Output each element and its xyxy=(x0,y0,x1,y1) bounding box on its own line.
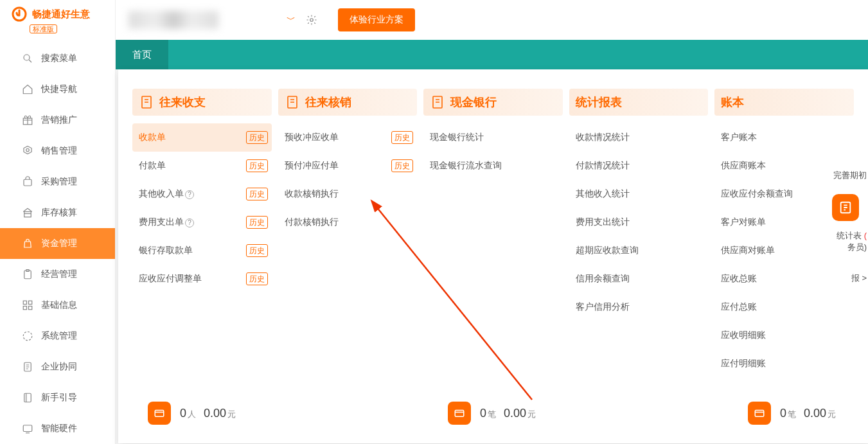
mega-link-2-0[interactable]: 现金银行统计 xyxy=(423,123,563,152)
mega-column-title: 现金银行 xyxy=(450,94,497,110)
mega-link-0-1[interactable]: 付款单历史 xyxy=(132,152,272,180)
sidebar-item-label: 采购管理 xyxy=(41,176,77,188)
history-badge[interactable]: 历史 xyxy=(391,131,413,144)
mega-link-1-0[interactable]: 预收冲应收单历史 xyxy=(278,123,418,152)
mega-link-label: 费用支出单? xyxy=(139,217,194,228)
main: ﹀ 体验行业方案 首页 往来收支收款单历史付款单历史其他收入单?历史费用支出单?… xyxy=(116,0,868,444)
right-peek-text: 统计表 ( xyxy=(823,230,868,242)
stats-icon[interactable] xyxy=(832,194,859,221)
history-badge[interactable]: 历史 xyxy=(246,244,268,257)
mega-link-label: 应收应付调整单 xyxy=(139,273,202,285)
sidebar-item-label: 快捷导航 xyxy=(41,84,77,95)
tabbar: 首页 xyxy=(116,40,868,69)
svg-rect-11 xyxy=(29,306,32,310)
sidebar-item-label: 智能硬件 xyxy=(41,423,77,434)
brand-logo: 畅捷通好生意 xyxy=(0,0,115,24)
right-peek-text[interactable]: 报 > xyxy=(823,272,868,284)
history-badge[interactable]: 历史 xyxy=(246,159,268,172)
mega-link-label: 应收明细账 xyxy=(721,330,766,341)
sidebar-item-5[interactable]: 库存核算 xyxy=(0,197,115,228)
sidebar-item-1[interactable]: 快捷导航 xyxy=(0,74,115,105)
mega-link-0-5[interactable]: 应收应付调整单历史 xyxy=(132,265,272,293)
card-values: 0人0.00元 xyxy=(180,407,236,420)
mega-link-label: 应收应付余额查询 xyxy=(721,188,793,200)
house-icon xyxy=(22,207,33,218)
sidebar-item-11[interactable]: 新手引导 xyxy=(0,382,115,413)
help-icon[interactable]: ? xyxy=(185,190,194,199)
nut-icon xyxy=(22,145,33,157)
sidebar-item-2[interactable]: 营销推广 xyxy=(0,105,115,136)
mega-link-0-0[interactable]: 收款单历史 xyxy=(132,123,272,152)
mega-link-0-3[interactable]: 费用支出单?历史 xyxy=(132,208,272,236)
mega-link-0-4[interactable]: 银行存取款单历史 xyxy=(132,236,272,265)
history-badge[interactable]: 历史 xyxy=(246,272,268,285)
cart-icon xyxy=(22,176,33,188)
try-industry-plan-button[interactable]: 体验行业方案 xyxy=(338,8,415,31)
sidebar-item-label: 系统管理 xyxy=(41,330,77,342)
help-icon[interactable]: ? xyxy=(185,218,194,227)
topbar: ﹀ 体验行业方案 xyxy=(116,0,868,40)
summary-card-0: 0人0.00元 xyxy=(148,402,236,425)
mega-link-label: 应收总账 xyxy=(721,273,757,285)
mega-link-4-7[interactable]: 应收明细账 xyxy=(714,321,854,350)
tab-home[interactable]: 首页 xyxy=(116,40,168,69)
right-peek-text: 务员) xyxy=(823,242,868,253)
card-values: 0笔0.00元 xyxy=(780,407,836,420)
mega-link-3-6[interactable]: 客户信用分析 xyxy=(569,293,709,321)
mega-link-3-2[interactable]: 其他收入统计 xyxy=(569,180,709,208)
sidebar-item-label: 搜索菜单 xyxy=(41,53,77,64)
mega-link-0-2[interactable]: 其他收入单?历史 xyxy=(132,180,272,208)
mega-link-label: 现金银行统计 xyxy=(430,132,484,143)
sidebar-item-10[interactable]: 企业协同 xyxy=(0,351,115,382)
mega-link-2-1[interactable]: 现金银行流水查询 xyxy=(423,152,563,180)
mega-link-label: 应付明细账 xyxy=(721,358,766,369)
mega-link-1-2[interactable]: 收款核销执行 xyxy=(278,180,418,208)
mega-link-3-3[interactable]: 费用支出统计 xyxy=(569,208,709,236)
mega-column-3: 统计报表收款情况统计付款情况统计其他收入统计费用支出统计超期应收款查询信用余额查… xyxy=(569,89,709,437)
mega-link-label: 收款情况统计 xyxy=(576,132,630,143)
chevron-down-icon[interactable]: ﹀ xyxy=(287,14,296,26)
mega-column-head: 统计报表 xyxy=(569,89,709,116)
mega-link-4-8[interactable]: 应付明细账 xyxy=(714,350,854,378)
mega-link-4-0[interactable]: 客户账本 xyxy=(714,123,854,152)
sidebar-item-label: 资金管理 xyxy=(41,238,77,249)
mega-column-title: 账本 xyxy=(721,94,744,110)
mega-link-3-4[interactable]: 超期应收款查询 xyxy=(569,236,709,265)
sidebar-item-label: 库存核算 xyxy=(41,207,77,218)
mega-link-label: 银行存取款单 xyxy=(139,245,193,256)
right-peek-text: 完善期初 xyxy=(823,170,868,181)
history-badge[interactable]: 历史 xyxy=(246,131,268,144)
mega-link-3-1[interactable]: 付款情况统计 xyxy=(569,152,709,180)
gear-icon[interactable] xyxy=(305,13,319,27)
bag-icon xyxy=(22,238,33,249)
sidebar-item-12[interactable]: 智能硬件 xyxy=(0,413,115,444)
home-icon xyxy=(22,84,33,95)
sidebar-item-7[interactable]: 经营管理 xyxy=(0,259,115,290)
mega-link-1-1[interactable]: 预付冲应付单历史 xyxy=(278,152,418,180)
clipboard-icon xyxy=(22,269,33,280)
mega-link-3-5[interactable]: 信用余额查询 xyxy=(569,265,709,293)
card-icon xyxy=(148,402,171,425)
org-name-blurred xyxy=(128,11,218,29)
sidebar-item-8[interactable]: 基础信息 xyxy=(0,290,115,321)
mega-link-4-6[interactable]: 应付总账 xyxy=(714,293,854,321)
svg-rect-5 xyxy=(24,212,31,217)
mega-link-3-0[interactable]: 收款情况统计 xyxy=(569,123,709,152)
mega-column-title: 往来核销 xyxy=(305,94,351,110)
svg-rect-14 xyxy=(24,393,31,402)
sidebar-item-0[interactable]: 搜索菜单 xyxy=(0,43,115,74)
sidebar-item-3[interactable]: 销售管理 xyxy=(0,136,115,166)
history-badge[interactable]: 历史 xyxy=(246,216,268,229)
brand-edition: 标准版 xyxy=(0,24,115,39)
sidebar-item-label: 企业协同 xyxy=(41,361,77,373)
sidebar-item-6[interactable]: 资金管理 xyxy=(0,228,115,259)
mega-link-label: 超期应收款查询 xyxy=(576,245,639,256)
sidebar-item-9[interactable]: 系统管理 xyxy=(0,321,115,351)
mega-link-1-3[interactable]: 付款核销执行 xyxy=(278,208,418,236)
svg-point-12 xyxy=(23,332,32,341)
sidebar-item-4[interactable]: 采购管理 xyxy=(0,166,115,197)
history-badge[interactable]: 历史 xyxy=(246,188,268,200)
svg-rect-4 xyxy=(24,179,31,186)
mega-column-head: 往来收支 xyxy=(132,89,272,116)
history-badge[interactable]: 历史 xyxy=(391,159,413,172)
